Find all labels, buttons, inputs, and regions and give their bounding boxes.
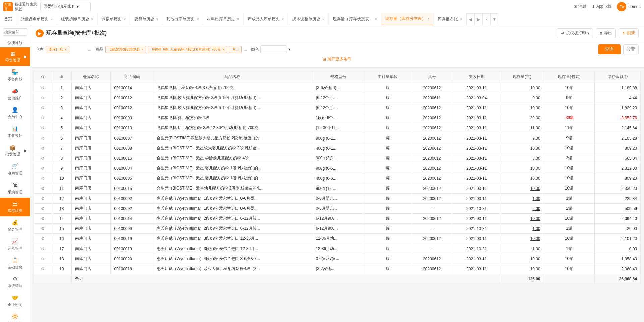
tab-stock-status[interactable]: 现存量（库存状况表） × (329, 13, 381, 25)
messages-button[interactable]: ✉ 消息 (574, 4, 586, 9)
nav-next-button[interactable]: ▶ (474, 13, 482, 25)
row-stock-main-cell[interactable]: 10.00 (500, 83, 544, 93)
template-print-button[interactable]: 🖨 按模板打印 ▾ (557, 28, 593, 38)
close-icon[interactable]: × (64, 47, 66, 51)
row-gear-cell[interactable]: ⚙ (34, 153, 52, 163)
row-gear-cell[interactable]: ⚙ (34, 103, 52, 113)
sidebar-item-ecommerce[interactable]: 🛒 电商管理 (0, 160, 30, 179)
row-stock-main-cell[interactable]: 1.00 (500, 224, 544, 234)
close-icon[interactable]: × (141, 47, 143, 51)
sidebar-item-member-center[interactable]: 👤 会员中心 (0, 104, 30, 122)
tab-other-out[interactable]: 其他出库单历史 × (162, 13, 203, 25)
sidebar-item-wholesale-manage[interactable]: 📦 批发管理 ▶ (0, 141, 30, 160)
row-gear-cell[interactable]: ⚙ (34, 123, 52, 133)
search-input[interactable] (3, 28, 27, 36)
close-icon[interactable]: × (460, 17, 462, 21)
close-icon[interactable]: × (51, 17, 53, 21)
product-more[interactable]: ... (244, 47, 247, 52)
close-icon[interactable]: × (91, 17, 93, 21)
row-gear-cell[interactable]: ⚙ (34, 183, 52, 194)
tab-cost-adjust[interactable]: 成本调整单历史 × (288, 13, 329, 25)
sidebar-item-finance[interactable]: 💰 资金管理 (0, 216, 30, 235)
tab-tiao-bo[interactable]: 调拨单历史 × (98, 13, 130, 25)
row-stock-main-cell[interactable]: 10.00 (500, 103, 544, 113)
row-stock-main-cell[interactable]: 3.00 (500, 153, 544, 163)
close-icon[interactable]: × (322, 17, 324, 21)
row-stock-main-cell[interactable]: 10.00 (500, 234, 544, 244)
tab-material-out[interactable]: 材料出库单历史 × (203, 13, 244, 25)
close-icon[interactable]: × (222, 47, 224, 51)
row-stock-main-cell[interactable]: 10.00 (500, 183, 544, 194)
sidebar-item-retail-shop[interactable]: 🏪 零售商城 (0, 66, 30, 85)
row-stock-main-cell[interactable]: 2.00 (500, 204, 544, 214)
tab-stock-dist[interactable]: 现存量（库存分布表） × (381, 13, 434, 25)
product-tag-more[interactable]: 飞... (229, 46, 241, 53)
close-icon[interactable]: × (237, 17, 239, 21)
tab-product-in[interactable]: 产成品入库单历史 × (244, 13, 288, 25)
sidebar-item-stock-check[interactable]: 🗃 库存核算 (0, 198, 30, 216)
row-gear-cell[interactable]: ⚙ (34, 214, 52, 224)
tab-stock-batch[interactable]: 库存批次账 × (434, 13, 466, 25)
close-icon[interactable]: × (282, 17, 284, 21)
row-gear-cell[interactable]: ⚙ (34, 194, 52, 204)
row-stock-main-cell[interactable]: 10.00 (500, 214, 544, 224)
row-stock-main-cell[interactable]: 11.00 (500, 123, 544, 133)
row-stock-main-cell[interactable]: 10.00 (500, 173, 544, 183)
row-stock-main-cell[interactable]: 1.00 (500, 244, 544, 254)
close-icon[interactable]: × (124, 17, 126, 21)
row-stock-main-cell[interactable]: 10.00 (500, 264, 544, 274)
workspace-selector[interactable]: 母婴行业演示账套 ▾ (40, 2, 91, 11)
row-gear-cell[interactable]: ⚙ (34, 173, 52, 183)
user-area[interactable]: Ea demo2 (617, 2, 641, 11)
nav-menu-button[interactable]: ▼ (490, 13, 498, 25)
row-stock-main-cell[interactable]: 10.00 (500, 163, 544, 173)
row-stock-main-cell[interactable]: 0.00 (500, 93, 544, 103)
row-gear-cell[interactable]: ⚙ (34, 264, 52, 274)
warehouse-more[interactable]: ... (88, 47, 91, 52)
row-gear-cell[interactable]: ⚙ (34, 113, 52, 123)
sidebar-item-quick-nav[interactable]: 快捷导航 (0, 38, 30, 47)
row-gear-cell[interactable]: ⚙ (34, 254, 52, 264)
export-button[interactable]: ⬆ 导出 (596, 28, 616, 38)
expand-more-button[interactable]: ⊞ 展开更多条件 (36, 54, 639, 64)
app-download-button[interactable]: ⬇ App下载 (592, 4, 611, 9)
sidebar-item-retail-stats[interactable]: 📊 零售统计 (0, 122, 30, 141)
query-button[interactable]: 查询 (598, 44, 621, 54)
warehouse-tag-nankumen[interactable]: 南库门店 × (46, 46, 69, 53)
sidebar-item-retail-manage[interactable]: ▦ 零售管理 ▶ (0, 47, 30, 66)
sidebar-item-enterprise[interactable]: 🤝 企业协同 (0, 291, 30, 310)
settings-button[interactable]: 设置 (623, 44, 639, 54)
close-icon[interactable]: × (428, 17, 430, 21)
row-stock-main-cell[interactable]: -39.00 (500, 113, 544, 123)
tab-home[interactable]: 首页 (0, 13, 16, 25)
close-icon[interactable]: × (156, 17, 158, 21)
row-stock-main-cell[interactable]: 1.00 (500, 194, 544, 204)
product-tag-2[interactable]: 飞鹤星飞帆 儿童奶粉 4段(3-6岁适用) 700克 × (148, 46, 227, 53)
row-gear-cell[interactable]: ⚙ (34, 133, 52, 143)
row-gear-cell[interactable]: ⚙ (34, 93, 52, 103)
row-gear-cell[interactable]: ⚙ (34, 143, 52, 153)
expand-arrow-button[interactable]: ▶ (36, 29, 44, 37)
color-input[interactable] (260, 45, 287, 53)
row-stock-main-cell[interactable]: 10.00 (500, 143, 544, 153)
sidebar-item-marketing[interactable]: 📣 营销推广 (0, 85, 30, 104)
row-stock-main-cell[interactable]: 9.00 (500, 133, 544, 143)
sidebar-item-guide[interactable]: 🔆 新手引导 (0, 310, 30, 322)
row-stock-main-cell[interactable]: 10.00 (500, 254, 544, 264)
row-gear-cell[interactable]: ⚙ (34, 83, 52, 93)
tab-fenban[interactable]: 分量盘点单历史 × (16, 13, 57, 25)
sidebar-item-purchase[interactable]: 🛍 采购管理 (0, 179, 30, 198)
tab-zuchai[interactable]: 组装拆卸单历史 × (57, 13, 98, 25)
nav-prev-button[interactable]: ◀ (466, 13, 474, 25)
tab-yao-huo[interactable]: 要货单历史 × (130, 13, 163, 25)
sidebar-item-basic-info[interactable]: 📋 基础信息 (0, 254, 30, 273)
sidebar-item-ops[interactable]: 📈 经营管理 (0, 235, 30, 254)
row-gear-cell[interactable]: ⚙ (34, 204, 52, 214)
row-gear-cell[interactable]: ⚙ (34, 163, 52, 173)
refresh-button[interactable]: ↻ 刷新 (619, 28, 639, 38)
product-tag-1[interactable]: 飞鹤奶粉3段两提装 × (105, 46, 146, 53)
nav-close-button[interactable]: × (482, 13, 490, 25)
color-dropdown-icon[interactable]: ▾ (288, 47, 290, 52)
row-gear-cell[interactable]: ⚙ (34, 244, 52, 254)
close-icon[interactable]: × (375, 17, 377, 21)
